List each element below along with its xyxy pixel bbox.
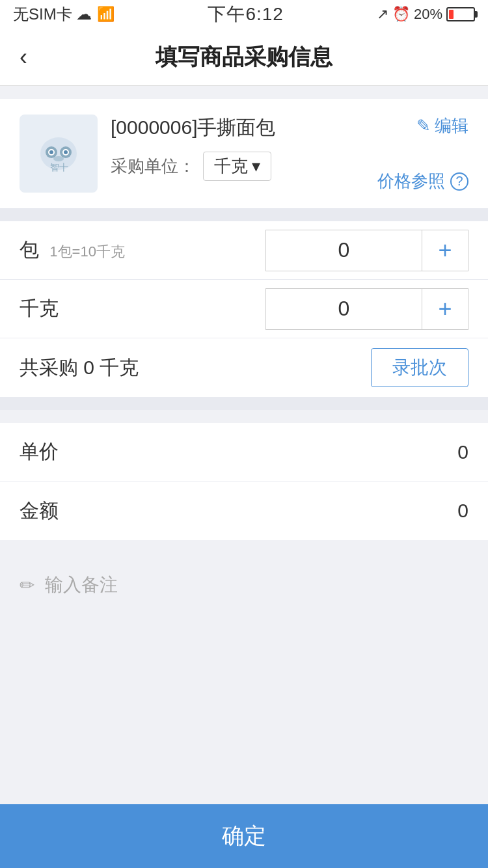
bag-plus-button[interactable]: + bbox=[422, 230, 468, 271]
wifi-icon: 📶 bbox=[97, 6, 115, 23]
unit-value: 千克 bbox=[214, 155, 248, 178]
bag-input-controls: + bbox=[150, 230, 468, 271]
product-logo: 智十 bbox=[33, 134, 85, 173]
bag-sublabel: 1包=10千克 bbox=[49, 243, 125, 260]
kg-input-section: 千克 + bbox=[0, 280, 488, 338]
confirm-label: 确定 bbox=[222, 821, 266, 851]
product-name: [0000006]手撕面包 bbox=[111, 115, 468, 141]
unit-label: 采购单位： bbox=[111, 155, 195, 178]
product-card: 智十 [0000006]手撕面包 采购单位： 千克 ▾ ✎ 编辑 价格参照 ? bbox=[0, 99, 488, 208]
status-right: ↗ ⏰ 20% bbox=[377, 6, 475, 23]
price-ref-button[interactable]: 价格参照 ? bbox=[377, 170, 468, 193]
product-image: 智十 bbox=[20, 115, 98, 193]
svg-point-5 bbox=[49, 150, 53, 154]
location-icon: ↗ bbox=[377, 6, 388, 23]
unit-price-label: 单价 bbox=[20, 439, 59, 465]
battery-fill bbox=[449, 10, 454, 19]
batch-button[interactable]: 录批次 bbox=[371, 348, 468, 387]
edit-button[interactable]: ✎ 编辑 bbox=[416, 115, 468, 137]
status-time: 下午6:12 bbox=[208, 2, 284, 27]
bag-label: 包 1包=10千克 bbox=[20, 237, 150, 264]
divider-band-1 bbox=[0, 208, 488, 221]
svg-point-7 bbox=[53, 156, 64, 161]
edit-label: 编辑 bbox=[435, 115, 468, 137]
kg-label-text: 千克 bbox=[20, 297, 59, 319]
remark-section[interactable]: ✏ 输入备注 bbox=[0, 553, 488, 617]
price-ref-label: 价格参照 bbox=[377, 170, 445, 193]
nav-bar: ‹ 填写商品采购信息 bbox=[0, 29, 488, 86]
status-bar: 无SIM卡 ☁ 📶 下午6:12 ↗ ⏰ 20% bbox=[0, 0, 488, 29]
amount-row: 金额 0 bbox=[0, 481, 488, 540]
help-icon: ? bbox=[450, 172, 468, 191]
confirm-button[interactable]: 确定 bbox=[0, 804, 488, 868]
amount-value: 0 bbox=[457, 500, 468, 522]
battery-percent: 20% bbox=[414, 6, 442, 23]
svg-text:智十: 智十 bbox=[50, 162, 68, 172]
kg-input-row: 千克 + bbox=[0, 280, 488, 338]
edit-icon: ✎ bbox=[416, 116, 431, 136]
alarm-icon: ⏰ bbox=[392, 6, 410, 23]
svg-point-6 bbox=[64, 150, 68, 154]
amount-label: 金额 bbox=[20, 498, 59, 524]
bag-input[interactable] bbox=[265, 230, 422, 271]
kg-label: 千克 bbox=[20, 295, 150, 322]
divider-band-2 bbox=[0, 397, 488, 410]
price-section: 单价 0 金额 0 bbox=[0, 423, 488, 540]
unit-price-row: 单价 0 bbox=[0, 423, 488, 481]
dropdown-icon: ▾ bbox=[252, 156, 260, 176]
unit-price-value: 0 bbox=[457, 441, 468, 463]
page-title: 填写商品采购信息 bbox=[156, 42, 332, 72]
kg-input-controls: + bbox=[150, 288, 468, 330]
summary-row: 共采购 0 千克 录批次 bbox=[0, 338, 488, 397]
bag-input-row: 包 1包=10千克 + bbox=[0, 221, 488, 280]
kg-input[interactable] bbox=[265, 288, 422, 330]
battery-icon bbox=[446, 7, 475, 21]
pencil-icon: ✏ bbox=[20, 575, 34, 596]
back-button[interactable]: ‹ bbox=[20, 44, 27, 71]
status-left: 无SIM卡 ☁ 📶 bbox=[13, 4, 115, 25]
sim-status: 无SIM卡 ☁ bbox=[13, 4, 92, 25]
kg-plus-button[interactable]: + bbox=[422, 288, 468, 330]
bag-label-text: 包 bbox=[20, 239, 39, 260]
remark-placeholder: 输入备注 bbox=[45, 573, 118, 597]
summary-text: 共采购 0 千克 bbox=[20, 355, 139, 381]
unit-select[interactable]: 千克 ▾ bbox=[203, 152, 271, 181]
bag-input-section: 包 1包=10千克 + bbox=[0, 221, 488, 280]
